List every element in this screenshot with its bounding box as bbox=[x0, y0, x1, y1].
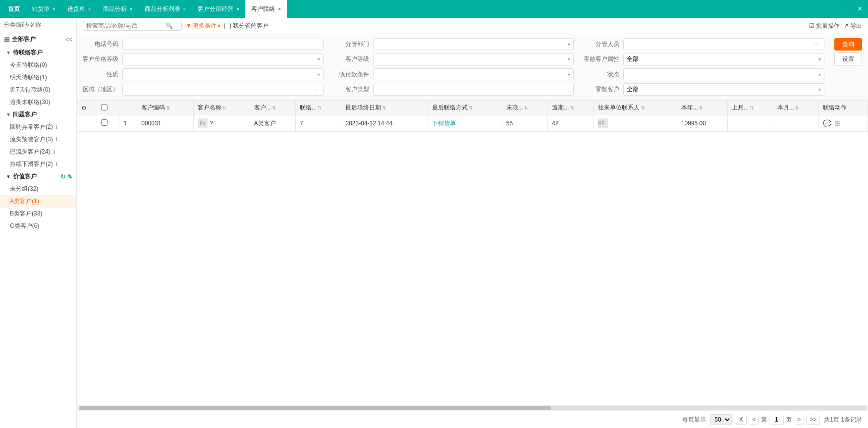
row-checkbox[interactable] bbox=[101, 119, 108, 126]
sidebar-item-churned[interactable]: 已流失客户(24) ℹ bbox=[0, 146, 76, 158]
chat-icon[interactable]: 💬 bbox=[823, 119, 831, 127]
tab-purchase[interactable]: 进货单 × bbox=[61, 0, 97, 18]
total-records: 共1页 1条记录 bbox=[824, 416, 862, 424]
sidebar-item-declining[interactable]: 持续下滑客户(2) ℹ bbox=[0, 158, 76, 170]
th-this-year[interactable]: 本年... ⇅ bbox=[677, 101, 727, 115]
arrow-icon: ▼ bbox=[6, 50, 11, 55]
th-overdue[interactable]: 逾期... ⇅ bbox=[548, 101, 594, 115]
th-settings[interactable]: ⚙ bbox=[77, 101, 97, 115]
scrollbar-thumb[interactable] bbox=[79, 406, 551, 410]
sidebar-search-input[interactable] bbox=[4, 21, 77, 28]
dots-icon[interactable]: ··· bbox=[311, 86, 320, 93]
export-button[interactable]: ↗ 导出 bbox=[844, 22, 862, 30]
sidebar-group-pending-contact[interactable]: ▼ 待联络客户 bbox=[0, 47, 76, 59]
dots-icon[interactable]: ··· bbox=[812, 41, 821, 48]
retail-customer-select[interactable]: 全部 ▾ bbox=[623, 83, 824, 96]
more-filters-label: 更多条件 bbox=[193, 22, 217, 30]
sidebar-group-problem-customers[interactable]: ▼ 问题客户 bbox=[0, 108, 76, 121]
customer-level-select[interactable]: ▾ bbox=[373, 54, 574, 65]
th-customer-type[interactable]: 客户... ⇅ bbox=[250, 101, 295, 115]
filter-cell-status: 状态 ▾ bbox=[584, 68, 824, 80]
nature-select[interactable]: ▾ bbox=[122, 68, 324, 80]
tab-customer-contact[interactable]: 客户联络 × bbox=[245, 0, 287, 18]
pending-contact-label: 待联络客户 bbox=[13, 49, 43, 57]
sidebar-all-customers[interactable]: ⊞ 全部客户 << bbox=[0, 32, 76, 47]
more-filters-button[interactable]: ▼ 更多条件 ▾ bbox=[186, 22, 220, 30]
search-button[interactable]: 🔍 bbox=[165, 22, 173, 29]
th-seq bbox=[119, 101, 137, 115]
horizontal-scrollbar[interactable] bbox=[77, 405, 868, 411]
page-size-select[interactable]: 50 bbox=[710, 414, 732, 425]
th-not-contacted[interactable]: 未联... ⇅ bbox=[502, 101, 547, 115]
tab-sales[interactable]: 销货单 × bbox=[26, 0, 61, 18]
my-customers-checkbox[interactable]: 我分管的客户 bbox=[224, 22, 269, 30]
sidebar-item-overdue-pending[interactable]: 逾期未联络(30) bbox=[0, 96, 76, 108]
advanced-filter-panel: 电话号码 分管部门 ▾ 分管人员 bbox=[77, 34, 868, 100]
price-level-select[interactable]: ▾ bbox=[122, 54, 324, 65]
sidebar-item-ungrouped[interactable]: 未分组(32) bbox=[0, 183, 76, 195]
setting-button[interactable]: 设置 bbox=[834, 53, 862, 66]
tab-customer-segment[interactable]: 客户分层经营 × bbox=[192, 0, 245, 18]
sidebar-item-class-a[interactable]: A类客户(1) bbox=[0, 195, 76, 208]
filter-row-2: 客户价格等级 ▾ 客户等级 ▾ bbox=[83, 53, 824, 65]
close-all-button[interactable]: × bbox=[852, 4, 868, 13]
sidebar-group-value-customers[interactable]: ▼ 价值客户 ↻ ✎ bbox=[0, 170, 76, 183]
phone-input[interactable] bbox=[122, 39, 324, 50]
sidebar-item-repurchase-abnormal[interactable]: 回购异常客户(2) ℹ bbox=[0, 121, 76, 133]
problem-customers-label: 问题客户 bbox=[13, 110, 37, 119]
data-table: ⚙ 客户编码 ⇅ 客户名称 ⇅ bbox=[77, 100, 868, 132]
batch-operation-button[interactable]: ☑ 批量操作 bbox=[809, 22, 840, 30]
my-customers-check[interactable] bbox=[224, 23, 231, 29]
td-last-contact-method[interactable]: 下销货单 bbox=[428, 115, 502, 132]
status-select[interactable]: ▾ bbox=[623, 68, 824, 80]
dept-select[interactable]: ▾ bbox=[373, 38, 574, 50]
th-last-month[interactable]: 上月... ⇅ bbox=[727, 101, 773, 115]
close-icon[interactable]: × bbox=[236, 6, 239, 12]
td-customer-type: A类客户 bbox=[250, 115, 295, 132]
close-icon[interactable]: × bbox=[183, 6, 186, 12]
select-all-checkbox[interactable] bbox=[101, 104, 108, 110]
th-last-contact-date[interactable]: 最后联络日期 ⇅ bbox=[341, 101, 428, 115]
sidebar: 🔍 ⊞ 全部客户 << ▼ 待联络客户 今天待联络(0) 明天待联络(1) 近7… bbox=[0, 18, 77, 428]
query-button[interactable]: 查询 bbox=[834, 38, 862, 51]
th-unit-contact[interactable]: 往来单位联系人 ⇅ bbox=[594, 101, 677, 115]
retail-attr-select[interactable]: 全部 ▾ bbox=[623, 53, 824, 65]
th-this-month[interactable]: 本月... ⇅ bbox=[773, 101, 818, 115]
close-icon[interactable]: × bbox=[53, 6, 55, 12]
th-customer-code[interactable]: 客户编码 ⇅ bbox=[137, 101, 194, 115]
sidebar-item-7days-pending[interactable]: 近7天待联络(0) bbox=[0, 84, 76, 96]
sidebar-item-class-c[interactable]: C类客户(6) bbox=[0, 220, 76, 232]
tab-goods-analysis-list-label: 商品分析列表 bbox=[145, 5, 180, 13]
sidebar-item-class-b[interactable]: B类客户(33) bbox=[0, 208, 76, 220]
close-icon[interactable]: × bbox=[88, 6, 91, 12]
status-label: 状态 bbox=[584, 70, 623, 79]
close-icon[interactable]: × bbox=[278, 6, 281, 12]
filter-search-input[interactable] bbox=[86, 22, 165, 29]
collapse-icon[interactable]: << bbox=[65, 36, 72, 43]
close-icon[interactable]: × bbox=[130, 6, 133, 12]
tab-home[interactable]: 首页 bbox=[2, 0, 26, 18]
th-contact[interactable]: 联络... ⇅ bbox=[296, 101, 341, 115]
edit-icon[interactable]: ✎ bbox=[67, 173, 72, 180]
tab-home-label: 首页 bbox=[8, 5, 20, 13]
first-page-button[interactable]: K bbox=[736, 415, 747, 425]
tab-goods-analysis-list[interactable]: 商品分析列表 × bbox=[139, 0, 192, 18]
sort-icon: ⇅ bbox=[699, 105, 703, 110]
phone-label: 电话号码 bbox=[83, 40, 122, 49]
batch-op-label: 批量操作 bbox=[816, 22, 840, 30]
prev-page-button[interactable]: < bbox=[749, 415, 759, 425]
tab-goods-analysis[interactable]: 商品分析 × bbox=[97, 0, 139, 18]
sidebar-item-today-pending[interactable]: 今天待联络(0) bbox=[0, 59, 76, 71]
page-number-input[interactable] bbox=[769, 415, 784, 425]
th-last-contact-method[interactable]: 最后联络方式 ⇅ bbox=[428, 101, 502, 115]
customer-name-cell: Ea ? bbox=[198, 118, 246, 128]
payment-select[interactable]: ▾ bbox=[373, 68, 574, 80]
next-page-button[interactable]: > bbox=[794, 415, 804, 425]
sidebar-item-tomorrow-pending[interactable]: 明天待联络(1) bbox=[0, 71, 76, 84]
refresh-icon[interactable]: ↻ bbox=[60, 173, 65, 180]
qr-icon[interactable]: ⊞ bbox=[834, 119, 840, 127]
last-page-button[interactable]: >> bbox=[806, 415, 820, 425]
filter-row-4: 区域（地区） ··· 客户类型 bbox=[83, 83, 824, 96]
th-customer-name[interactable]: 客户名称 ⇅ bbox=[193, 101, 250, 115]
sidebar-item-churn-warning[interactable]: 流失预警客户(3) ℹ bbox=[0, 133, 76, 146]
